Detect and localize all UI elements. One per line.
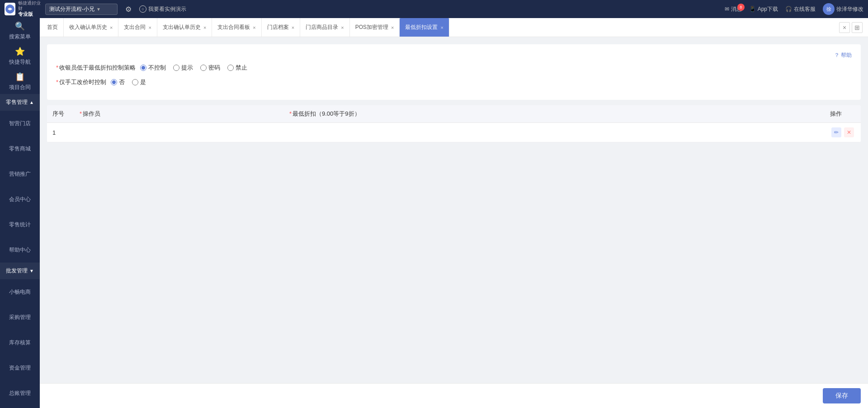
radio-password[interactable]: 密码 [200,64,220,72]
radio-manual-no[interactable]: 否 [111,78,125,86]
sidebar-item-help-center[interactable]: 帮助中心 [0,237,40,263]
close-tab-payment-board-icon[interactable]: × [253,25,255,30]
close-tab-payment-contract-icon[interactable]: × [148,25,151,30]
sidebar-label-project-contract: 项目合同 [9,84,31,91]
tab-payment-board[interactable]: 支出合同看板 × [212,18,261,37]
radio-prompt-label: 提示 [181,64,193,72]
tab-overflow-button[interactable]: ⊞ [852,22,863,33]
sidebar-label-retail-stats: 零售统计 [9,221,31,229]
tab-bar-end: × ⊞ [839,22,866,33]
tab-home-label: 首页 [47,23,58,31]
tab-pos-password[interactable]: POS加密管理 × [350,18,400,37]
sidebar-item-retail-mall[interactable]: 零售商城 [0,136,40,161]
sidebar-item-purchase-mgmt[interactable]: 采购管理 [0,305,40,330]
page-footer: 保存 [40,383,868,408]
radio-no-control-label: 不控制 [148,64,166,72]
user-menu-button[interactable]: 徐 徐泽华修改 [823,3,863,15]
sidebar-item-member-center[interactable]: 会员中心 [0,187,40,212]
project-settings-button[interactable]: ⚙ [122,3,135,15]
tab-store-archive-label: 门店档案 [267,23,289,31]
sidebar-item-invoice-mgmt[interactable]: 发票管理 [0,406,40,408]
sidebar-label-help-center: 帮助中心 [9,246,31,254]
radio-forbid-input[interactable] [227,65,234,71]
table-header-row: 序号 *操作员 *最低折扣（9.00等于9折） 操作 [47,105,861,123]
online-service-button[interactable]: 🎧 在线客服 [785,5,816,13]
sidebar-item-wholesale-mgmt[interactable]: 批发管理 ▼ [0,263,40,279]
wholesale-mgmt-label: 批发管理 [6,267,28,275]
radio-prompt-input[interactable] [173,65,179,71]
radio-prompt[interactable]: 提示 [173,64,193,72]
headset-icon: 🎧 [785,6,792,12]
message-icon: ✉ [725,6,729,12]
tab-store-archive[interactable]: 门店档案 × [262,18,300,37]
radio-manual-yes-input[interactable] [132,79,138,85]
discount-table: 序号 *操作员 *最低折扣（9.00等于9折） 操作 1 [47,105,861,142]
radio-password-input[interactable] [200,65,207,71]
app-download-label: App下载 [758,5,778,13]
radio-manual-yes-label: 是 [140,78,146,86]
sidebar-item-retail-mgmt[interactable]: 零售管理 ▲ [0,94,40,111]
close-tab-store-catalog-icon[interactable]: × [341,25,344,30]
cell-min-discount [284,123,825,142]
delete-row-button[interactable]: ✕ [844,127,854,137]
sidebar-item-marketing[interactable]: 营销推广 [0,161,40,187]
sidebar-label-purchase-mgmt: 采购管理 [9,314,31,321]
collapse-arrow-icon: ▼ [29,268,34,273]
close-tab-income-confirm-icon[interactable]: × [110,25,113,30]
sidebar-item-ecommerce[interactable]: 小畅电商 [0,279,40,305]
save-button[interactable]: 保存 [823,388,861,403]
sidebar-item-shortcut[interactable]: ⭐ 快捷导航 [0,43,40,69]
tab-store-catalog[interactable]: 门店商品目录 × [300,18,349,37]
page-content: ？ 帮助 *收银员低于最低折扣控制策略 不控制 [40,37,868,383]
cell-seq: 1 [47,123,74,142]
app-download-button[interactable]: 📱 App下载 [749,5,778,13]
sidebar-item-funds-mgmt[interactable]: 资金管理 [0,355,40,380]
cashier-policy-row: *收银员低于最低折扣控制策略 不控制 提示 密码 [56,64,852,72]
logo-text: 畅捷通好业财 专业版 [18,0,41,17]
radio-manual-yes[interactable]: 是 [132,78,146,86]
sidebar-item-smart-store[interactable]: 智营门店 [0,111,40,136]
sidebar-item-inventory-calc[interactable]: 库存核算 [0,330,40,355]
main-layout: 🔍 搜索菜单 ⭐ 快捷导航 📋 项目合同 零售管理 ▲ 智营门店 零售商城 营销… [0,18,868,408]
project-selector[interactable]: 测试分开流程-小兄 ▼ [45,4,118,15]
tab-payment-board-label: 支出合同看板 [217,23,250,31]
demo-label: 我要看实例演示 [148,5,186,13]
radio-no-control[interactable]: 不控制 [140,64,166,72]
help-link[interactable]: ？ 帮助 [834,52,852,59]
cell-operator [74,123,284,142]
close-tab-store-archive-icon[interactable]: × [292,25,294,30]
messages-button[interactable]: ✉ 消息 8 [725,5,742,13]
radio-forbid[interactable]: 禁止 [227,64,247,72]
logo-brand: 畅捷通好业财 [18,0,41,11]
demo-icon: ○ [139,5,146,13]
sidebar-label-smart-store: 智营门店 [9,120,31,127]
demo-link[interactable]: ○ 我要看实例演示 [139,5,186,13]
radio-manual-no-input[interactable] [111,79,117,85]
cashier-policy-label: *收银员低于最低折扣控制策略 [56,64,136,72]
close-tab-min-discount-icon[interactable]: × [440,25,443,30]
tab-min-discount[interactable]: 最低折扣设置 × [400,18,449,37]
close-tab-pos-password-icon[interactable]: × [391,25,394,30]
required-star-2: * [56,79,58,85]
sidebar-label-funds-mgmt: 资金管理 [9,364,31,372]
close-tab-payment-confirm-icon[interactable]: × [203,25,206,30]
edit-row-button[interactable]: ✏ [831,127,841,137]
sidebar-label-search: 搜索菜单 [9,33,31,41]
tab-income-confirm[interactable]: 收入确认单历史 × [64,18,118,37]
table-row: 1 ✏ ✕ [47,123,861,142]
chevron-down-icon: ▼ [96,7,101,12]
tab-payment-confirm[interactable]: 支出确认单历史 × [157,18,212,37]
radio-manual-no-label: 否 [119,78,125,86]
sidebar-item-project-contract[interactable]: 📋 项目合同 [0,69,40,94]
close-all-tabs-button[interactable]: × [839,22,850,33]
search-icon: 🔍 [15,21,25,31]
tab-home[interactable]: 首页 [42,18,64,37]
logo-edition: 专业版 [18,11,41,17]
radio-no-control-input[interactable] [140,65,146,71]
tab-min-discount-label: 最低折扣设置 [405,23,438,31]
sidebar-label-member-center: 会员中心 [9,196,31,203]
tab-payment-contract[interactable]: 支出合同 × [118,18,157,37]
sidebar-item-search[interactable]: 🔍 搜索菜单 [0,18,40,43]
sidebar-item-general-ledger[interactable]: 总账管理 [0,380,40,406]
sidebar-item-retail-stats[interactable]: 零售统计 [0,212,40,237]
